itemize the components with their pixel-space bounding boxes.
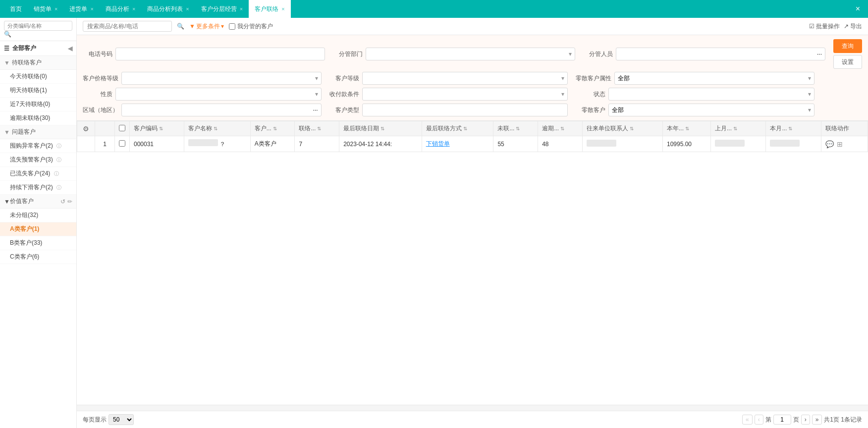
sidebar-item-7days-contact[interactable]: 近7天待联络(0) (0, 98, 76, 111)
table-header-action: 联络动作 (821, 121, 868, 136)
nav-product-analysis[interactable]: 商品分析 × (100, 0, 141, 18)
sidebar-item-churned[interactable]: 已流失客户(24) ⓘ (0, 167, 76, 181)
filter-customer-level-select[interactable]: ▾ (362, 72, 568, 85)
table-header-last-month[interactable]: 上月... ⇅ (711, 121, 766, 136)
nav-close-active-icon[interactable]: × (281, 6, 284, 12)
table-body: 1 000031 ？ A类客户 (77, 136, 868, 152)
sidebar-item-b-class[interactable]: B类客户(33) (0, 236, 76, 250)
sidebar-search-input[interactable] (4, 21, 72, 31)
row-last-method[interactable]: 下销货单 (426, 140, 450, 147)
filter-dept-select[interactable]: ▾ (366, 48, 575, 60)
filter-search-input[interactable] (83, 21, 172, 32)
prev-page-button[interactable]: ‹ (755, 415, 763, 425)
filter-search-icon[interactable]: 🔍 (177, 23, 184, 30)
sort-icon: ⇅ (630, 126, 634, 131)
filter-phone: 电话号码 (83, 48, 325, 60)
filter-customer-type-label: 客户类型 (329, 106, 359, 114)
settings-button[interactable]: 设置 (833, 55, 862, 69)
table-header-code[interactable]: 客户编码 ⇅ (130, 121, 184, 136)
table-header-category[interactable]: 客户... ⇅ (250, 121, 295, 136)
last-page-button[interactable]: » (812, 415, 822, 425)
sidebar-item-unclassified[interactable]: 未分组(32) (0, 209, 76, 222)
filter-price-level-select[interactable]: ▾ (121, 72, 322, 85)
sidebar-search-icon[interactable]: 🔍 (4, 31, 11, 38)
row-checkbox[interactable] (119, 140, 125, 147)
sidebar-item-hoarding[interactable]: 囤购异常客户(2) ⓘ (0, 139, 76, 153)
page-size-select[interactable]: 10 20 50 100 (108, 414, 134, 425)
table-header-check[interactable] (115, 121, 130, 136)
table-header-this-month[interactable]: 本月... ⇅ (766, 121, 821, 136)
nav-close-icon[interactable]: × (132, 6, 135, 12)
page-number-input[interactable] (773, 415, 791, 425)
filter-customer-level: 客户等级 ▾ (329, 72, 568, 85)
my-customers-checkbox[interactable] (229, 23, 235, 30)
sort-icon: ⇅ (685, 126, 689, 131)
table-header-row: ⚙ 客户编码 ⇅ (77, 121, 868, 136)
sidebar-collapse-icon[interactable]: ◀ (68, 45, 72, 52)
sidebar-group-pending[interactable]: ▼ 待联络客户 (0, 56, 76, 70)
filter-nature-select[interactable]: ▾ (115, 88, 322, 101)
table-header-gear[interactable]: ⚙ (77, 121, 95, 136)
window-close-button[interactable]: × (852, 4, 864, 13)
bottom-scrollbar[interactable] (77, 405, 868, 411)
chevron-down-icon: ▾ (315, 75, 318, 82)
sidebar-item-a-class[interactable]: A类客户(1) (0, 222, 76, 236)
nav-sales-order[interactable]: 销货单 × (28, 0, 63, 18)
batch-operation-button[interactable]: ☑ 批量操作 (809, 22, 840, 31)
filter-retail-customer-select[interactable]: 全部 ▾ (608, 104, 814, 116)
filter-retail-attr-select[interactable]: 全部 ▾ (614, 72, 814, 85)
filter-manager-input[interactable]: ··· (616, 48, 825, 60)
table-row: 1 000031 ？ A类客户 (77, 136, 868, 152)
filter-status-select[interactable]: ▾ (608, 88, 814, 101)
sidebar-item-declining[interactable]: 持续下滑客户(2) ⓘ (0, 181, 76, 195)
query-button[interactable]: 查询 (833, 39, 862, 53)
nav-close-icon[interactable]: × (240, 6, 243, 12)
next-page-button[interactable]: › (801, 415, 810, 425)
first-page-button[interactable]: « (742, 415, 753, 425)
qr-icon[interactable]: ⊞ (837, 140, 843, 148)
row-check-cell[interactable] (115, 136, 130, 152)
refresh-icon[interactable]: ↺ (60, 198, 65, 205)
sidebar-all-customers-header[interactable]: ☰ 全部客户 ◀ (0, 41, 76, 56)
table-header-prev-unit[interactable]: 往来单位联系人 ⇅ (582, 121, 662, 136)
col-code-label: 客户编码 (134, 124, 158, 133)
sidebar-item-overdue-contact[interactable]: 逾期未联络(30) (0, 111, 76, 125)
masked-this-month (770, 140, 800, 147)
sidebar-item-churn-warning[interactable]: 流失预警客户(3) ⓘ (0, 153, 76, 167)
nav-home[interactable]: 首页 (4, 0, 28, 18)
export-button[interactable]: ↗ 导出 (844, 22, 862, 31)
table-header-not-contact[interactable]: 未联... ⇅ (493, 121, 538, 136)
filter-region-input[interactable]: ··· (121, 104, 322, 116)
sidebar-group-value[interactable]: ▼ 价值客户 ↺ ✏ (0, 195, 76, 209)
my-customers-filter[interactable]: 我分管的客户 (229, 22, 273, 31)
table-header-last-contact-date[interactable]: 最后联络日期 ⇅ (339, 121, 422, 136)
filter-more-button[interactable]: ▼ 更多条件 ▾ (189, 22, 224, 31)
nav-customer-contact[interactable]: 客户联络 × (249, 0, 290, 18)
nav-product-analysis-list[interactable]: 商品分析列表 × (141, 0, 195, 18)
nav-close-icon[interactable]: × (54, 6, 57, 12)
table-header-last-contact-method[interactable]: 最后联络方式 ⇅ (422, 121, 493, 136)
nav-customer-segment[interactable]: 客户分层经营 × (195, 0, 249, 18)
select-all-checkbox[interactable] (119, 125, 125, 131)
filter-phone-input[interactable] (115, 48, 325, 60)
filter-row-4: 区域（地区） ··· 客户类型 零散客户 全部 ▾ (83, 104, 862, 116)
filter-manager: 分管人员 ··· (583, 48, 825, 60)
nav-purchase-order[interactable]: 进货单 × (63, 0, 99, 18)
edit-icon[interactable]: ✏ (67, 198, 72, 205)
nav-purchase-label: 进货单 (69, 5, 87, 13)
chat-icon[interactable]: 💬 (825, 140, 834, 148)
nav-close-icon[interactable]: × (90, 6, 93, 12)
filter-payment-select[interactable]: ▾ (362, 88, 568, 101)
sidebar-group-problem[interactable]: ▼ 问题客户 (0, 125, 76, 139)
table-header-contact[interactable]: 联络... ⇅ (295, 121, 339, 136)
col-overdue-label: 逾期... (542, 124, 559, 133)
sidebar-item-tomorrow-contact[interactable]: 明天待联络(1) (0, 84, 76, 98)
table-header-name[interactable]: 客户名称 ⇅ (184, 121, 250, 136)
table-header-overdue[interactable]: 逾期... ⇅ (538, 121, 583, 136)
gear-icon[interactable]: ⚙ (83, 125, 89, 133)
filter-customer-type-input[interactable] (362, 104, 568, 116)
nav-close-icon[interactable]: × (186, 6, 189, 12)
table-header-this-year[interactable]: 本年... ⇅ (662, 121, 710, 136)
sidebar-item-c-class[interactable]: C类客户(6) (0, 250, 76, 264)
sidebar-item-today-contact[interactable]: 今天待联络(0) (0, 70, 76, 84)
